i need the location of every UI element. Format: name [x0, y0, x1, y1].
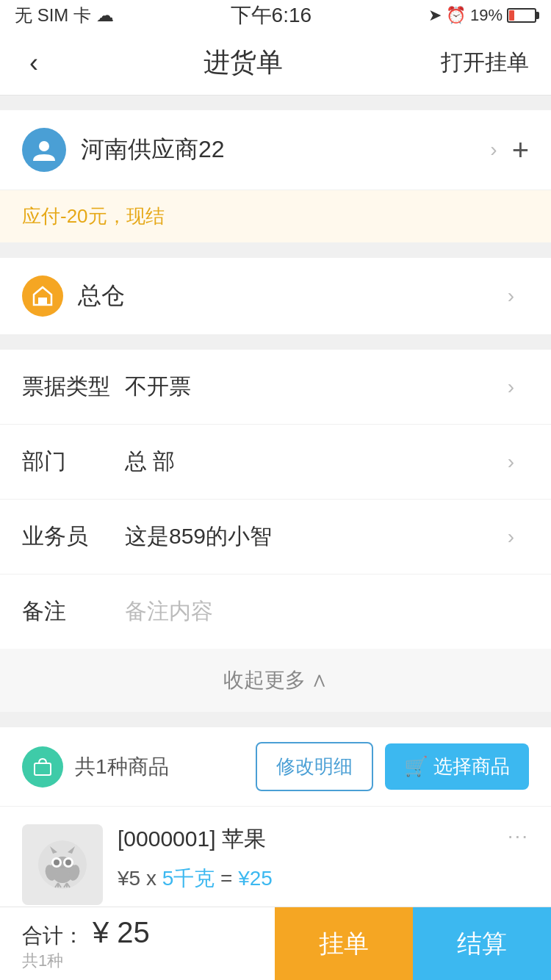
more-options-button[interactable]: ···	[508, 824, 529, 848]
battery-icon	[507, 8, 536, 23]
salesperson-chevron-icon: ›	[508, 525, 514, 549]
home-icon	[31, 284, 54, 308]
unit-price: ¥5 x	[118, 867, 162, 890]
cart-icon	[22, 746, 63, 788]
svg-point-8	[65, 860, 71, 865]
invoice-type-row[interactable]: 票据类型 不开票 ›	[0, 349, 551, 424]
divider-2	[0, 334, 551, 349]
warning-banner: 应付-20元，现结	[0, 190, 551, 243]
product-item: [0000001] 苹果 ¥5 x 5千克 = ¥25 ···	[0, 806, 551, 923]
owl-logo	[37, 839, 88, 890]
user-icon	[31, 137, 57, 163]
footer: 合计： ¥ 25 共1种 挂单 结算	[0, 907, 551, 980]
back-button[interactable]: ‹	[22, 40, 46, 86]
invoice-type-value: 不开票	[125, 372, 508, 402]
invoice-type-label: 票据类型	[22, 372, 125, 402]
add-button[interactable]: +	[512, 134, 529, 167]
department-row[interactable]: 部门 总 部 ›	[0, 424, 551, 499]
svg-rect-1	[38, 298, 47, 305]
product-name: [0000001] 苹果	[118, 824, 493, 854]
svg-rect-2	[35, 763, 51, 775]
select-icon: 🛒	[404, 755, 428, 778]
salesperson-row[interactable]: 业务员 这是859的小智 ›	[0, 499, 551, 574]
supplier-section: 河南供应商22 › + 应付-20元，现结	[0, 110, 551, 243]
footer-total: 合计： ¥ 25 共1种	[0, 907, 275, 980]
salesperson-label: 业务员	[22, 522, 125, 552]
supplier-row[interactable]: 河南供应商22 › +	[0, 110, 551, 190]
divider-1	[0, 243, 551, 258]
warehouse-section: 总仓 ›	[0, 258, 551, 334]
product-price: ¥5 x 5千克 = ¥25	[118, 865, 493, 893]
status-time: 下午6:16	[231, 1, 312, 29]
total-price: ¥25	[238, 867, 273, 890]
collapse-text: 收起更多 ∧	[223, 669, 328, 691]
collapse-row[interactable]: 收起更多 ∧	[0, 649, 551, 712]
status-left: 无 SIM 卡 ☁	[15, 4, 114, 27]
warning-text: 应付-20元，现结	[22, 205, 165, 227]
product-details: [0000001] 苹果 ¥5 x 5千克 = ¥25	[118, 824, 493, 893]
supplier-name: 河南供应商22	[81, 134, 490, 166]
product-thumbnail	[22, 824, 103, 905]
salesperson-value: 这是859的小智	[125, 522, 508, 552]
total-label: 合计：	[22, 922, 84, 950]
sim-status: 无 SIM 卡 ☁	[15, 4, 114, 27]
department-label: 部门	[22, 447, 125, 477]
remark-row[interactable]: 备注 备注内容	[0, 574, 551, 649]
hang-button[interactable]: 挂单	[275, 907, 413, 980]
product-title: 苹果	[222, 826, 266, 851]
select-product-button[interactable]: 🛒 选择商品	[385, 743, 529, 790]
department-chevron-icon: ›	[508, 450, 514, 474]
svg-point-0	[39, 141, 49, 151]
total-amount: ¥ 25	[93, 916, 150, 949]
location-icon: ➤	[428, 6, 442, 25]
top-divider	[0, 96, 551, 110]
warehouse-row[interactable]: 总仓 ›	[0, 258, 551, 334]
product-count: 共1种商品	[75, 753, 244, 781]
checkout-button[interactable]: 结算	[413, 907, 551, 980]
remark-label: 备注	[22, 597, 125, 627]
svg-point-7	[54, 860, 60, 865]
chevron-right-icon: ›	[490, 138, 497, 162]
battery-percent: 19%	[470, 6, 503, 25]
divider-3	[0, 712, 551, 727]
status-right: ➤ ⏰ 19%	[428, 6, 536, 25]
status-bar: 无 SIM 卡 ☁ 下午6:16 ➤ ⏰ 19%	[0, 0, 551, 31]
product-header: 共1种商品 修改明细 🛒 选择商品	[0, 727, 551, 806]
alarm-icon: ⏰	[446, 6, 466, 25]
form-section: 票据类型 不开票 › 部门 总 部 › 业务员 这是859的小智 › 备注 备注…	[0, 349, 551, 649]
page-title: 进货单	[204, 45, 283, 81]
select-product-label: 选择商品	[433, 754, 510, 779]
quantity: 5千克	[162, 867, 215, 890]
warehouse-chevron-icon: ›	[508, 284, 514, 308]
edit-detail-button[interactable]: 修改明细	[256, 742, 373, 791]
nav-bar: ‹ 进货单 打开挂单	[0, 31, 551, 96]
product-section: 共1种商品 修改明细 🛒 选择商品	[0, 727, 551, 923]
avatar	[22, 128, 66, 172]
total-sub: 共1种	[22, 950, 253, 972]
department-value: 总 部	[125, 447, 508, 477]
checkout-label: 结算	[457, 927, 507, 961]
warehouse-icon	[22, 275, 63, 317]
equals: =	[215, 867, 238, 890]
warehouse-name: 总仓	[78, 280, 508, 312]
product-id: [0000001]	[118, 826, 222, 851]
hang-label: 挂单	[319, 927, 369, 961]
open-pending-button[interactable]: 打开挂单	[441, 48, 529, 78]
remark-placeholder: 备注内容	[125, 597, 529, 627]
bag-icon	[32, 756, 54, 778]
invoice-chevron-icon: ›	[508, 375, 514, 399]
